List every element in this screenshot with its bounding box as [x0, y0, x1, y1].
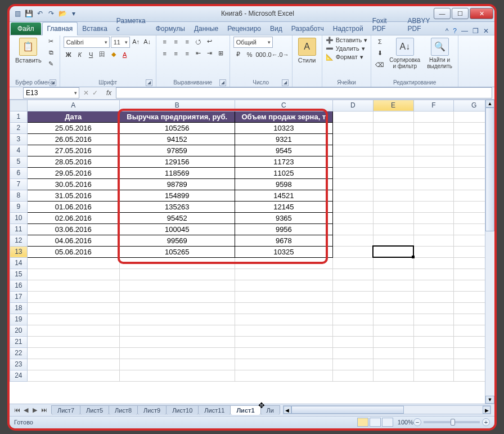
cell[interactable]: 25.05.2016 [27, 122, 119, 133]
row-header[interactable]: 9 [10, 201, 28, 212]
cell[interactable] [373, 370, 413, 381]
cell[interactable]: 01.06.2016 [27, 201, 119, 212]
cell[interactable] [413, 325, 454, 336]
find-select-button[interactable]: 🔍 Найти и выделить [425, 37, 454, 70]
cell[interactable] [413, 145, 454, 156]
autosum-icon[interactable]: Σ [375, 37, 385, 47]
page-layout-view-button[interactable] [370, 418, 381, 427]
zoom-out-button[interactable]: − [413, 418, 421, 426]
cell[interactable] [413, 212, 454, 223]
cell[interactable] [333, 223, 374, 235]
merge-icon[interactable]: ⊞ [216, 48, 226, 59]
sort-filter-button[interactable]: A↓ Сортировка и фильтр [387, 37, 422, 70]
cell[interactable]: Дата [27, 111, 119, 122]
redo-icon[interactable]: ↷ [47, 9, 56, 18]
cell[interactable] [373, 122, 413, 133]
cell[interactable] [413, 178, 454, 190]
cell[interactable] [333, 246, 374, 257]
comma-icon[interactable]: 000 [256, 50, 266, 60]
cell[interactable]: 94152 [119, 133, 235, 145]
cell[interactable] [235, 359, 332, 370]
row-header[interactable]: 13 [10, 246, 28, 257]
increase-decimal-icon[interactable]: .0← [267, 50, 277, 60]
cell[interactable]: 129156 [119, 156, 235, 167]
save-icon[interactable]: 💾 [24, 9, 33, 18]
cell[interactable] [413, 190, 454, 201]
row-header[interactable]: 14 [10, 257, 28, 269]
row-header[interactable]: 17 [10, 291, 28, 302]
cell[interactable]: 11025 [235, 167, 332, 178]
cell[interactable] [333, 347, 374, 359]
cell[interactable]: 9678 [235, 235, 332, 246]
cell[interactable] [333, 269, 374, 280]
fill-icon[interactable]: ⬇ [375, 48, 385, 59]
vscroll-thumb[interactable] [485, 108, 494, 231]
cell[interactable] [333, 235, 374, 246]
row-header[interactable]: 20 [10, 325, 28, 336]
cell[interactable] [413, 201, 454, 212]
tab-developer[interactable]: Разработч [287, 23, 328, 35]
cell[interactable] [235, 347, 332, 359]
row-header[interactable]: 24 [10, 370, 28, 381]
cell[interactable] [373, 235, 413, 246]
zoom-in-button[interactable]: + [482, 418, 490, 426]
cell[interactable] [413, 133, 454, 145]
cell[interactable]: 9956 [235, 223, 332, 235]
close-button[interactable]: ✕ [470, 8, 493, 19]
column-header-D[interactable]: D [333, 100, 374, 111]
row-header[interactable]: 3 [10, 133, 28, 145]
cell[interactable] [373, 257, 413, 269]
doc-restore-icon[interactable]: ❐ [472, 27, 479, 35]
cell[interactable]: 04.06.2016 [27, 235, 119, 246]
cell[interactable]: 26.05.2016 [27, 133, 119, 145]
cell[interactable] [373, 190, 413, 201]
minimize-ribbon-icon[interactable]: ^ [446, 27, 449, 35]
cell[interactable] [413, 336, 454, 347]
doc-min-icon[interactable]: — [461, 27, 468, 35]
cell[interactable]: 10323 [235, 122, 332, 133]
delete-cells-button[interactable]: ➖Удалить ▾ [326, 45, 365, 52]
cell[interactable] [235, 325, 332, 336]
cell[interactable] [27, 302, 119, 314]
copy-icon[interactable]: ⧉ [46, 48, 56, 58]
cell[interactable] [119, 291, 235, 302]
tab-data[interactable]: Данные [190, 23, 223, 35]
column-header-E[interactable]: E [373, 100, 413, 111]
cell[interactable] [333, 122, 374, 133]
row-header[interactable]: 8 [10, 190, 28, 201]
column-header-C[interactable]: C [235, 100, 332, 111]
cell[interactable] [27, 336, 119, 347]
cell[interactable] [333, 257, 374, 269]
percent-icon[interactable]: % [245, 50, 255, 60]
cell[interactable] [333, 190, 374, 201]
cell[interactable] [333, 359, 374, 370]
cell[interactable] [119, 269, 235, 280]
cell[interactable] [373, 145, 413, 156]
font-launcher-icon[interactable]: ◢ [146, 79, 152, 86]
cell[interactable] [333, 201, 374, 212]
format-painter-icon[interactable]: ✎ [46, 59, 56, 69]
cell[interactable]: 11723 [235, 156, 332, 167]
tab-home[interactable]: Главная [42, 22, 78, 35]
cell[interactable] [27, 280, 119, 291]
decrease-indent-icon[interactable]: ⇤ [194, 48, 204, 59]
sheet-tab[interactable]: Лист9 [137, 405, 166, 415]
cell[interactable] [413, 122, 454, 133]
cell[interactable] [119, 257, 235, 269]
increase-font-icon[interactable]: A↑ [131, 37, 141, 47]
cell[interactable] [235, 280, 332, 291]
row-header[interactable]: 5 [10, 156, 28, 167]
cell[interactable] [333, 302, 374, 314]
sheet-tab[interactable]: Ли [260, 405, 280, 415]
font-name-combo[interactable]: Calibri [64, 37, 110, 48]
cell[interactable]: 14521 [235, 190, 332, 201]
wrap-text-icon[interactable]: ↩ [205, 37, 215, 47]
align-center-icon[interactable]: ≡ [171, 48, 181, 59]
number-launcher-icon[interactable]: ◢ [282, 79, 289, 86]
paste-button[interactable]: 📋 Вставить [13, 37, 44, 65]
cell[interactable]: Объем продаж зерна, т [235, 111, 332, 122]
normal-view-button[interactable] [357, 418, 368, 427]
column-header-A[interactable]: A [27, 100, 119, 111]
cell[interactable]: 105265 [119, 246, 235, 257]
cell[interactable] [373, 347, 413, 359]
